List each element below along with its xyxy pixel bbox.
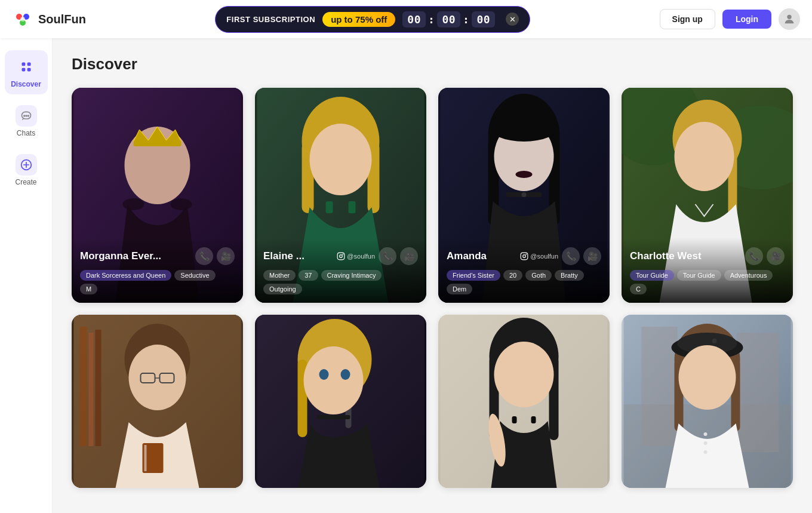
login-button[interactable]: Login [722, 10, 771, 29]
tag: Tour Guide [677, 270, 721, 281]
logo-text: SoulFun [38, 13, 86, 26]
svg-point-76 [494, 342, 554, 407]
card-morganna-video[interactable]: 🎥 [217, 247, 235, 265]
svg-rect-83 [737, 333, 779, 452]
svg-rect-19 [134, 140, 182, 146]
card-elaine-overlay: Elaine ... @soulfun 📞 🎥 Mother 37 Cravin… [255, 238, 426, 303]
sidebar-item-create[interactable]: Create [5, 148, 48, 192]
card-charlotte-tags: Tour Guide Tour Guide Adventurous C [630, 270, 785, 294]
svg-rect-29 [338, 253, 345, 260]
promo-close-button[interactable]: ✕ [506, 13, 519, 26]
card-blonde-choker[interactable] [255, 315, 426, 488]
card-morganna-tags: Dark Sorceress and Queen Seductive M [80, 270, 235, 294]
card-amanda-tags: Friend's Sister 20 Goth Bratty Dem [447, 270, 601, 294]
svg-point-5 [787, 15, 791, 19]
card-charlotte-call[interactable]: 📞 [745, 247, 763, 265]
svg-point-30 [340, 255, 343, 258]
card-elaine-name: Elaine ... [263, 250, 304, 262]
svg-rect-70 [317, 415, 350, 419]
tag: Outgoing [263, 284, 302, 294]
card-charlotte[interactable]: Charlotte West 📞 🎥 Tour Guide Tour Guide… [622, 88, 793, 303]
svg-point-43 [526, 254, 527, 255]
tag: Craving Intimacy [321, 270, 382, 281]
sidebar: Discover Chats Create [0, 38, 53, 513]
svg-point-11 [25, 115, 27, 116]
svg-rect-27 [326, 201, 333, 213]
card-asian-girl[interactable] [438, 315, 610, 488]
timer-seconds: 00 [472, 11, 495, 27]
chats-icon [16, 105, 37, 127]
svg-point-89 [712, 339, 717, 343]
promo-discount: up to 75% off [322, 12, 395, 27]
tag: 20 [503, 270, 522, 281]
svg-rect-78 [531, 416, 536, 423]
svg-point-39 [522, 192, 527, 197]
sidebar-item-chats[interactable]: Chats [5, 99, 48, 143]
topbar: SoulFun FIRST SUBSCRIPTION up to 75% off… [0, 0, 812, 38]
sidebar-create-label: Create [15, 178, 36, 186]
logo[interactable]: SoulFun [12, 8, 86, 30]
svg-point-26 [310, 124, 372, 195]
card-elaine[interactable]: Elaine ... @soulfun 📞 🎥 Mother 37 Cravin… [255, 88, 426, 303]
card-librarian-image [72, 315, 243, 488]
tag: Mother [263, 270, 296, 281]
signup-button[interactable]: Sign up [660, 9, 715, 29]
svg-rect-8 [21, 68, 25, 72]
sidebar-chats-label: Chats [17, 129, 35, 137]
svg-point-21 [171, 198, 192, 210]
card-amanda-social: @soulfun [520, 252, 558, 260]
svg-point-56 [129, 345, 186, 410]
svg-point-69 [341, 369, 350, 380]
svg-point-49 [675, 122, 734, 191]
svg-rect-82 [642, 327, 678, 446]
svg-point-91 [704, 432, 708, 436]
svg-point-12 [27, 115, 29, 116]
card-beret-girl[interactable] [622, 315, 793, 488]
card-amanda-name: Amanda [447, 250, 487, 262]
tag: 37 [299, 270, 318, 281]
card-morganna-call[interactable]: 📞 [195, 247, 213, 265]
svg-point-92 [704, 441, 708, 445]
discover-icon [16, 56, 37, 78]
card-elaine-video[interactable]: 🎥 [400, 247, 418, 265]
svg-rect-28 [349, 201, 356, 213]
svg-rect-9 [27, 68, 30, 72]
logo-icon [12, 8, 33, 30]
sidebar-item-discover[interactable]: Discover [5, 50, 48, 94]
tag: Friend's Sister [447, 270, 500, 281]
card-charlotte-video[interactable]: 🎥 [767, 247, 785, 265]
promo-timer: 00 : 00 : 00 [402, 11, 495, 27]
svg-rect-53 [89, 333, 94, 446]
tag: M [80, 284, 97, 294]
auth-buttons: Sign up Login [660, 8, 800, 30]
svg-rect-61 [144, 445, 147, 471]
svg-rect-77 [512, 416, 517, 423]
card-morganna[interactable]: Morganna Ever... 📞 🎥 Dark Sorceress and … [72, 88, 243, 303]
card-elaine-social: @soulfun [337, 252, 375, 260]
card-asian-girl-image [438, 315, 610, 488]
promo-banner: FIRST SUBSCRIPTION up to 75% off 00 : 00… [215, 6, 530, 33]
card-elaine-call[interactable]: 📞 [379, 247, 396, 265]
svg-rect-7 [27, 63, 30, 66]
user-avatar[interactable] [779, 8, 800, 30]
svg-point-37 [516, 171, 533, 178]
svg-rect-52 [80, 327, 87, 446]
svg-rect-6 [21, 63, 25, 66]
page-title: Discover [72, 55, 793, 73]
create-icon [16, 154, 37, 176]
svg-point-20 [123, 198, 144, 210]
tag: C [630, 284, 647, 294]
svg-point-4 [20, 17, 25, 21]
card-elaine-tags: Mother 37 Craving Intimacy Outgoing [263, 270, 418, 294]
card-amanda[interactable]: Amanda @soulfun 📞 🎥 Friend's Sister 20 G… [438, 88, 610, 303]
svg-point-31 [343, 254, 344, 255]
card-librarian[interactable] [72, 315, 243, 488]
cards-grid: Morganna Ever... 📞 🎥 Dark Sorceress and … [72, 88, 793, 488]
card-amanda-call[interactable]: 📞 [562, 247, 580, 265]
tag: Adventurous [724, 270, 773, 281]
tag: Seductive [174, 270, 215, 281]
tag: Bratty [555, 270, 584, 281]
card-amanda-video[interactable]: 🎥 [583, 247, 601, 265]
card-blonde-choker-image [255, 315, 426, 488]
svg-point-10 [23, 115, 25, 116]
